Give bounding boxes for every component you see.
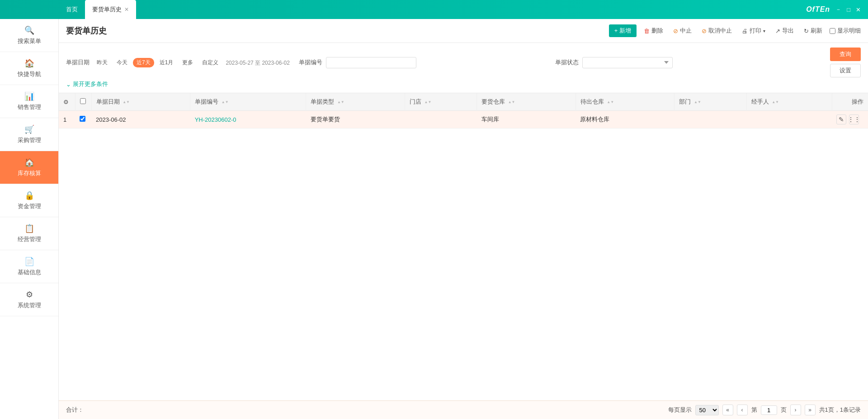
row-handler (746, 111, 832, 129)
doc-no-filter-group: 单据编号 (299, 57, 416, 68)
row-doc-no: YH-20230602-0 (190, 111, 306, 129)
brand-label: OfTEn (806, 5, 830, 14)
show-detail-checkbox[interactable] (830, 28, 835, 34)
minimize-button[interactable]: － (835, 5, 841, 14)
row-more-button[interactable]: ⋮⋮ (849, 114, 859, 124)
col-doc-no[interactable]: 单据编号 ▲▼ (190, 93, 306, 111)
tab-home[interactable]: 首页 (59, 0, 85, 19)
date-opt-more[interactable]: 更多 (179, 58, 197, 67)
table-row: 1 2023-06-02 YH-20230602-0 要货单要货 车间库 原材料… (59, 111, 868, 129)
sidebar-item-operations[interactable]: 📋 经营管理 (0, 217, 58, 250)
export-icon: ↗ (775, 28, 780, 34)
print-icon: 🖨 (742, 28, 748, 34)
show-detail-label: 显示明细 (837, 27, 861, 35)
col-shop[interactable]: 门店 ▲▼ (405, 93, 476, 111)
table-container: ⚙ 单据日期 ▲▼ 单据编号 ▲▼ (59, 93, 868, 400)
sidebar-label-purchase: 采购管理 (18, 136, 41, 144)
sidebar-label-finance: 资金管理 (18, 202, 41, 210)
home-icon: 🏠 (24, 58, 34, 68)
sidebar-item-inventory[interactable]: 🏠 库存核算 (0, 151, 58, 184)
sidebar-item-finance[interactable]: 🔒 资金管理 (0, 184, 58, 217)
query-button[interactable]: 查询 (830, 48, 861, 61)
table-footer: 合计： 每页显示 20 50 100 200 « ‹ 第 页 › » 共1页，1… (59, 400, 868, 419)
tab-close-icon[interactable]: ✕ (124, 6, 129, 13)
document-icon: 📄 (24, 257, 34, 267)
refresh-icon: ↻ (804, 28, 809, 34)
total-info: 共1页，1条记录 (819, 406, 861, 414)
sort-pending-warehouse: ▲▼ (607, 100, 614, 104)
sidebar-item-basic-info[interactable]: 📄 基础信息 (0, 250, 58, 283)
print-button[interactable]: 🖨 打印 ▾ (739, 25, 768, 37)
col-doc-date[interactable]: 单据日期 ▲▼ (91, 93, 190, 111)
page-size-select[interactable]: 20 50 100 200 (695, 405, 719, 415)
total-label: 合计： (66, 406, 84, 414)
first-page-button[interactable]: « (722, 405, 733, 415)
doc-no-link[interactable]: YH-20230602-0 (195, 116, 236, 123)
sort-doc-date: ▲▼ (123, 100, 130, 104)
sidebar-item-search-menu[interactable]: 🔍 搜索菜单 (0, 19, 58, 52)
date-opt-today[interactable]: 今天 (113, 58, 131, 67)
expand-more-button[interactable]: ⌄ 展开更多条件 (66, 80, 861, 88)
cancel-stop-icon: ⊘ (702, 28, 707, 34)
row-dept (675, 111, 746, 129)
delete-button[interactable]: 🗑 删除 (641, 25, 666, 37)
col-handler[interactable]: 经手人 ▲▼ (746, 93, 832, 111)
filter-row-main: 单据日期 昨天 今天 近7天 近1月 更多 自定义 2023-05-27 至 2… (66, 48, 861, 77)
chart-icon: 📊 (24, 91, 34, 101)
date-opt-1month[interactable]: 近1月 (156, 58, 177, 67)
lock-icon: 🔒 (24, 190, 34, 200)
gear-icon: ⚙ (26, 290, 33, 300)
sort-doc-type: ▲▼ (337, 100, 344, 104)
maximize-button[interactable]: □ (847, 6, 850, 13)
date-range-display: 2023-05-27 至 2023-06-02 (226, 59, 289, 67)
cancel-stop-button[interactable]: ⊘ 取消中止 (699, 25, 735, 37)
select-all-checkbox[interactable] (80, 98, 86, 104)
sidebar-item-sales[interactable]: 📊 销售管理 (0, 85, 58, 118)
page-input[interactable] (761, 405, 777, 415)
filter-settings-button[interactable]: 设置 (830, 64, 861, 77)
last-page-button[interactable]: » (805, 405, 816, 415)
doc-no-input[interactable] (326, 57, 416, 68)
sidebar-item-purchase[interactable]: 🛒 采购管理 (0, 118, 58, 151)
table-header-row: ⚙ 单据日期 ▲▼ 单据编号 ▲▼ (59, 93, 868, 111)
stop-icon: ⊘ (673, 28, 678, 34)
col-pending-warehouse[interactable]: 待出仓库 ▲▼ (576, 93, 675, 111)
sidebar-item-quick-nav[interactable]: 🏠 快捷导航 (0, 52, 58, 85)
settings-gear-icon[interactable]: ⚙ (63, 99, 69, 105)
date-opt-custom[interactable]: 自定义 (198, 58, 222, 67)
row-actions-cell: ✎ ⋮⋮ (832, 111, 868, 129)
close-window-button[interactable]: ✕ (856, 6, 861, 13)
prev-page-button[interactable]: ‹ (737, 405, 748, 415)
refresh-button[interactable]: ↻ 刷新 (801, 25, 825, 37)
cart-icon: 🛒 (24, 124, 34, 134)
col-req-warehouse[interactable]: 要货仓库 ▲▼ (477, 93, 576, 111)
sidebar-item-system[interactable]: ⚙ 系统管理 (0, 283, 58, 316)
content-area: 要货单历史 + 新增 🗑 删除 ⊘ 中止 ⊘ 取消中止 🖨 打印 (59, 19, 868, 419)
date-options: 昨天 今天 近7天 近1月 更多 自定义 (93, 58, 222, 67)
col-doc-type[interactable]: 单据类型 ▲▼ (306, 93, 405, 111)
add-button[interactable]: + 新增 (609, 24, 637, 37)
row-edit-button[interactable]: ✎ (836, 114, 846, 124)
status-select[interactable] (582, 57, 673, 68)
row-index: 1 (59, 111, 75, 129)
print-dropdown-icon[interactable]: ▾ (763, 29, 765, 33)
row-action-buttons: ✎ ⋮⋮ (836, 114, 863, 124)
col-dept[interactable]: 部门 ▲▼ (675, 93, 746, 111)
filter-bar: 单据日期 昨天 今天 近7天 近1月 更多 自定义 2023-05-27 至 2… (59, 43, 868, 93)
sort-shop: ▲▼ (425, 100, 432, 104)
date-opt-7days[interactable]: 近7天 (133, 58, 154, 67)
stop-button[interactable]: ⊘ 中止 (670, 25, 694, 37)
main-layout: 🔍 搜索菜单 🏠 快捷导航 📊 销售管理 🛒 采购管理 🏠 库存核算 🔒 资金管… (0, 19, 868, 419)
tab-requisition-history[interactable]: 要货单历史 ✕ (85, 0, 136, 19)
pagination: 每页显示 20 50 100 200 « ‹ 第 页 › » 共1页，1条记录 (668, 405, 861, 415)
sidebar-label-quick-nav: 快捷导航 (18, 70, 41, 78)
doc-no-label: 单据编号 (299, 58, 322, 67)
date-opt-yesterday[interactable]: 昨天 (93, 58, 111, 67)
row-checkbox[interactable] (80, 116, 85, 122)
delete-icon: 🗑 (644, 28, 650, 34)
sidebar: 🔍 搜索菜单 🏠 快捷导航 📊 销售管理 🛒 采购管理 🏠 库存核算 🔒 资金管… (0, 19, 59, 419)
next-page-button[interactable]: › (790, 405, 801, 415)
export-button[interactable]: ↗ 导出 (773, 25, 797, 37)
page-label: 第 (751, 406, 757, 414)
row-doc-type: 要货单要货 (306, 111, 405, 129)
